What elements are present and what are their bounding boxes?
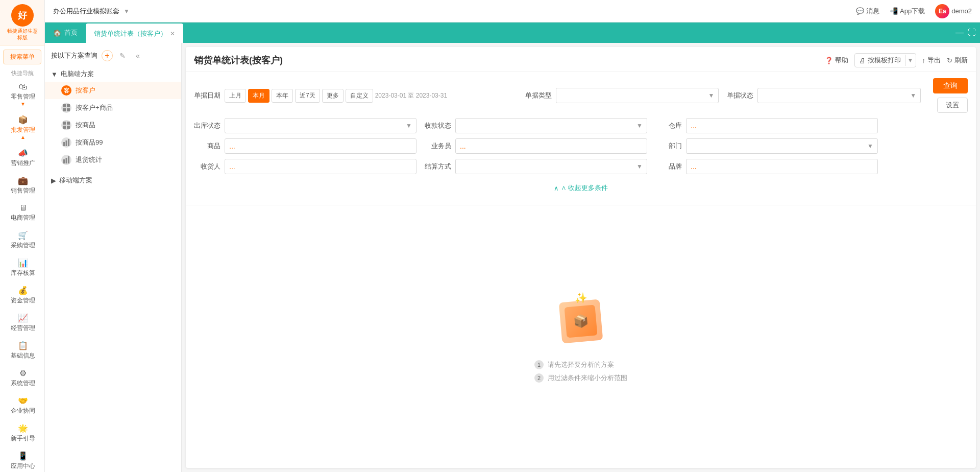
sidebar-item-finance[interactable]: 💰 资金管理 — [0, 281, 44, 309]
pay-status-select[interactable]: ▼ — [455, 118, 647, 133]
goods-input[interactable]: ... — [225, 138, 416, 154]
marketing-icon: 📣 — [18, 148, 28, 158]
sidebar-item-sales[interactable]: 💼 销售管理 — [0, 172, 44, 199]
receiver-input[interactable]: ... — [225, 159, 416, 174]
download-icon: 📲 — [890, 7, 898, 15]
tab-close-icon[interactable]: ✕ — [170, 30, 175, 37]
edit-scheme-button[interactable]: ✎ — [117, 50, 128, 61]
date-custom-btn[interactable]: 自定义 — [346, 89, 373, 103]
scheme-by-customer[interactable]: 客 按客户 — [45, 82, 181, 99]
sidebar-item-newguide[interactable]: 🌟 新手引导 — [0, 419, 44, 447]
payment-select[interactable]: ▼ — [455, 159, 647, 174]
appcenter-icon: 📱 — [18, 451, 28, 461]
scheme-by-customer-goods[interactable]: 按客户+商品 — [45, 99, 181, 116]
page-title: 销货单统计表(按客户) — [194, 54, 283, 66]
status-select[interactable]: ▼ — [757, 88, 921, 103]
collapse-icon: ∧ — [554, 184, 559, 192]
department-label: 部门 — [655, 141, 682, 151]
sidebar-item-basic[interactable]: 📋 基础信息 — [0, 337, 44, 364]
topbar-dropdown-icon[interactable]: ▼ — [124, 8, 130, 15]
payment-dropdown-icon: ▼ — [636, 163, 643, 170]
sidebar-item-ecommerce[interactable]: 🖥 电商管理 — [0, 199, 44, 226]
department-filter: 部门 ▼ — [655, 138, 878, 154]
warehouse-filter: 仓库 ... — [655, 118, 878, 133]
date-this-year-btn[interactable]: 本年 — [272, 89, 293, 103]
out-status-select[interactable]: ▼ — [225, 118, 416, 133]
mobile-group-toggle[interactable]: ▶ 移动端方案 — [45, 173, 181, 188]
receiver-filter: 收货人 ... — [194, 159, 416, 174]
empty-hint-1: 1 请先选择要分析的方案 — [534, 360, 627, 369]
payment-label: 结算方式 — [425, 162, 451, 171]
warehouse-input[interactable]: ... — [686, 118, 878, 133]
sidebar-item-enterprise[interactable]: 🤝 企业协同 — [0, 392, 44, 419]
sidebar-item-purchase[interactable]: 🛒 采购管理 — [0, 226, 44, 254]
collapse-panel-button[interactable]: « — [132, 50, 143, 61]
help-button[interactable]: ❓ 帮助 — [825, 56, 848, 65]
pay-status-filter: 收款状态 ▼ — [425, 118, 647, 133]
date-more-btn[interactable]: 更多 — [322, 89, 344, 103]
collapse-more-button[interactable]: ∧ ∧ 收起更多条件 — [548, 181, 615, 195]
salesperson-filter: 业务员 ... — [425, 138, 647, 154]
brand-input[interactable]: ... — [686, 159, 878, 174]
action-column: 查询 设置 — [929, 78, 968, 113]
refresh-icon: ↻ — [947, 57, 952, 64]
hint-1-number: 1 — [534, 360, 544, 369]
settings-button[interactable]: 设置 — [937, 98, 968, 113]
export-button[interactable]: ↑ 导出 — [922, 56, 941, 65]
sidebar-item-retail[interactable]: 🛍 零售管理 ▼ — [0, 78, 44, 111]
sidebar-item-operations[interactable]: 📈 经营管理 — [0, 309, 44, 337]
refresh-button[interactable]: ↻ 刷新 — [947, 56, 968, 65]
sidebar-item-system[interactable]: ⚙ 系统管理 — [0, 364, 44, 392]
search-menu-button[interactable]: 搜索菜单 — [3, 50, 41, 64]
date-last-7-days-btn[interactable]: 近7天 — [295, 89, 320, 103]
print-dropdown-button[interactable]: ▼ — [905, 55, 916, 66]
window-minimize-icon[interactable]: — — [955, 28, 964, 37]
date-this-month-btn[interactable]: 本月 — [248, 89, 270, 103]
user-menu[interactable]: Ea demo2 — [935, 4, 972, 18]
basic-icon: 📋 — [18, 341, 28, 350]
topbar-right: 💬 消息 📲 App下载 Ea demo2 — [856, 4, 972, 18]
print-icon: 🖨 — [859, 57, 866, 64]
desktop-group-toggle[interactable]: ▼ 电脑端方案 — [45, 66, 181, 82]
sidebar-item-inventory[interactable]: 📊 库存核算 — [0, 254, 44, 281]
svg-rect-13 — [68, 156, 69, 163]
print-template-button[interactable]: 🖨 按模板打印 — [855, 54, 905, 67]
logo-icon: 好 — [11, 4, 34, 27]
salesperson-input[interactable]: ... — [455, 138, 647, 154]
retail-icon: 🛍 — [19, 82, 27, 91]
logo-text: 畅捷通好生意标版 — [7, 28, 38, 41]
query-button[interactable]: 查询 — [933, 78, 968, 93]
page-title-bar: 销货单统计表(按客户) ❓ 帮助 🖨 按模板打印 ▼ ↑ — [186, 47, 976, 72]
status-filter: 单据状态 ▼ — [727, 88, 921, 103]
date-last-month-btn[interactable]: 上月 — [225, 89, 246, 103]
system-icon: ⚙ — [19, 368, 27, 378]
sidebar-item-appcenter[interactable]: 📱 应用中心 — [0, 447, 44, 472]
tab-home[interactable]: 🏠 首页 — [45, 22, 86, 43]
scheme-by-goods[interactable]: 按商品 — [45, 116, 181, 134]
salesperson-label: 业务员 — [425, 141, 451, 151]
filter-row-1: 单据日期 上月 本月 本年 近7天 更多 自定义 2023-03-01 至 20… — [194, 78, 968, 113]
tab-sales-stat[interactable]: 销货单统计表（按客户） ✕ — [86, 23, 183, 44]
message-button[interactable]: 💬 消息 — [856, 7, 879, 16]
content-area: 按以下方案查询 + ✎ « ▼ 电脑端方案 客 按客户 — [45, 43, 980, 472]
add-scheme-button[interactable]: + — [102, 50, 113, 61]
app-download-button[interactable]: 📲 App下载 — [890, 7, 925, 16]
department-select[interactable]: ▼ — [686, 138, 878, 154]
sidebar-item-marketing[interactable]: 📣 营销推广 — [0, 144, 44, 172]
type-select[interactable]: ▼ — [556, 88, 719, 103]
type-label: 单据类型 — [525, 91, 552, 100]
receiver-label: 收货人 — [194, 162, 220, 171]
wholesale-icon: 📦 — [18, 115, 28, 125]
out-status-dropdown-icon: ▼ — [406, 122, 412, 129]
payment-filter: 结算方式 ▼ — [425, 159, 647, 174]
type-dropdown-icon: ▼ — [708, 92, 714, 99]
svg-rect-2 — [63, 108, 66, 111]
chevron-down-icon: ▼ — [51, 70, 58, 78]
topbar-left: 办公用品行业模拟账套 ▼ — [53, 7, 130, 16]
sidebar-item-wholesale[interactable]: 📦 批发管理 ▲ — [0, 111, 44, 144]
left-panel-title: 按以下方案查询 — [51, 51, 97, 60]
scheme-by-goods-99[interactable]: 按商品99 — [45, 134, 181, 151]
scheme-return-stat[interactable]: 退货统计 — [45, 151, 181, 169]
window-maximize-icon[interactable]: ⛶ — [968, 28, 976, 37]
enterprise-icon: 🤝 — [18, 396, 28, 406]
